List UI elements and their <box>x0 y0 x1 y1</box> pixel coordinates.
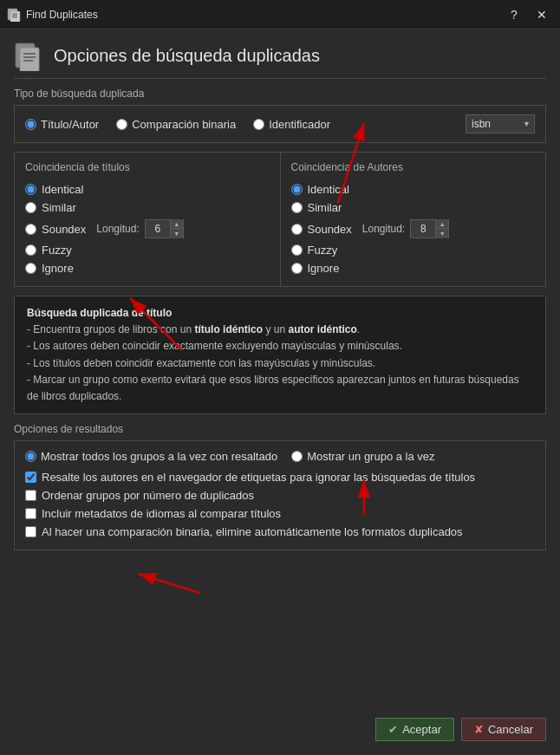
info-line-1: - Encuentra grupos de libros con un títu… <box>27 323 360 335</box>
radio-identificador-label: Identificador <box>269 118 330 131</box>
results-section: Opciones de resultados Mostrar todos los… <box>14 423 546 550</box>
accept-button[interactable]: ✔ Aceptar <box>375 718 454 741</box>
title-soundex-down[interactable]: ▼ <box>171 229 183 238</box>
title-soundex-value[interactable] <box>146 223 170 235</box>
radio-titulo-autor[interactable]: Título/Autor <box>25 118 99 131</box>
radio-binaria-label: Comparación binaria <box>132 118 236 131</box>
info-line-3: - Los títulos deben coincidir exactament… <box>27 357 375 369</box>
author-fuzzy-option[interactable]: Fuzzy <box>291 241 536 259</box>
dialog-content: Opciones de búsqueda duplicadas Tipo de … <box>0 29 560 755</box>
bottom-bar: ✔ Aceptar ✘ Cancelar <box>14 711 546 745</box>
titles-match-label: Coincidencia de títulos <box>25 161 270 173</box>
authors-match-section: Coincidencia de Autores Identical Simila… <box>281 153 546 286</box>
radio-binaria[interactable]: Comparación binaria <box>116 118 236 131</box>
app-icon <box>7 8 21 22</box>
info-line-4: - Marcar un grupo como exento evitará qu… <box>27 374 519 402</box>
radio-identificador[interactable]: Identificador <box>253 118 330 131</box>
header-icon <box>14 40 45 71</box>
search-type-section: Tipo de búsqueda duplicada Título/Autor … <box>14 88 546 143</box>
identifier-select-wrapper[interactable]: isbn uuid asin <box>466 114 535 133</box>
checkbox-binaria[interactable]: Al hacer una comparación binaria, elimin… <box>25 523 535 541</box>
radio-mostrar-uno[interactable]: Mostrar un grupo a la vez <box>291 450 434 463</box>
cancel-label: Cancelar <box>488 723 533 736</box>
close-button[interactable]: ✕ <box>531 4 553 25</box>
titles-match-section: Coincidencia de títulos Identical Simila… <box>15 153 281 286</box>
title-soundex-up[interactable]: ▲ <box>171 219 183 229</box>
svg-rect-6 <box>20 48 39 71</box>
title-soundex-spinner[interactable]: ▲ ▼ <box>145 219 184 238</box>
cancel-button[interactable]: ✘ Cancelar <box>461 718 546 741</box>
author-identical-option[interactable]: Identical <box>291 180 536 199</box>
checkbox-resalte[interactable]: Resalte los autores en el navegador de e… <box>25 468 535 486</box>
cancel-icon: ✘ <box>474 723 484 736</box>
authors-match-label: Coincidencia de Autores <box>291 161 536 173</box>
dialog-title: Opciones de búsqueda duplicadas <box>54 46 320 66</box>
title-identical-option[interactable]: Identical <box>25 180 270 199</box>
author-ignore-option[interactable]: Ignore <box>291 259 536 277</box>
author-soundex-down[interactable]: ▼ <box>436 229 448 238</box>
info-line-2: - Los autores deben coincidir exactament… <box>27 340 402 352</box>
title-similar-option[interactable]: Similar <box>25 199 270 217</box>
accept-label: Aceptar <box>402 723 441 736</box>
match-options: Coincidencia de títulos Identical Simila… <box>14 152 546 287</box>
radio-mostrar-todos[interactable]: Mostrar todos los grupos a la vez con re… <box>25 450 277 463</box>
window-title: Find Duplicates <box>26 9 498 21</box>
accept-icon: ✔ <box>388 723 398 736</box>
svg-rect-1 <box>10 11 20 22</box>
author-soundex-option[interactable]: Soundex Longitud: ▲ ▼ <box>291 217 536 241</box>
checkbox-idiomas[interactable]: Incluir metadatos de idiomas al comparar… <box>25 504 535 523</box>
search-type-label: Tipo de búsqueda duplicada <box>14 88 546 100</box>
title-ignore-option[interactable]: Ignore <box>25 259 270 277</box>
author-similar-option[interactable]: Similar <box>291 199 536 217</box>
identifier-select[interactable]: isbn uuid asin <box>466 114 535 133</box>
author-soundex-up[interactable]: ▲ <box>436 219 448 229</box>
help-button[interactable]: ? <box>503 4 525 25</box>
info-box: Búsqueda duplicada de título - Encuentra… <box>14 296 546 414</box>
author-soundex-spinner[interactable]: ▲ ▼ <box>410 219 449 238</box>
search-type-options: Título/Autor Comparación binaria Identif… <box>14 105 546 143</box>
radio-titulo-label: Título/Autor <box>41 118 99 131</box>
title-soundex-option[interactable]: Soundex Longitud: ▲ ▼ <box>25 217 270 241</box>
results-options: Mostrar todos los grupos a la vez con re… <box>14 440 546 550</box>
result-radio-row: Mostrar todos los grupos a la vez con re… <box>25 450 535 463</box>
info-box-title: Búsqueda duplicada de título <box>27 307 172 319</box>
title-fuzzy-option[interactable]: Fuzzy <box>25 241 270 259</box>
results-label: Opciones de resultados <box>14 423 546 435</box>
author-soundex-value[interactable] <box>411 223 435 235</box>
checkbox-ordenar[interactable]: Ordenar grupos por número de duplicados <box>25 486 535 504</box>
dialog-header: Opciones de búsqueda duplicadas <box>14 40 546 79</box>
title-bar: Find Duplicates ? ✕ <box>0 0 560 29</box>
